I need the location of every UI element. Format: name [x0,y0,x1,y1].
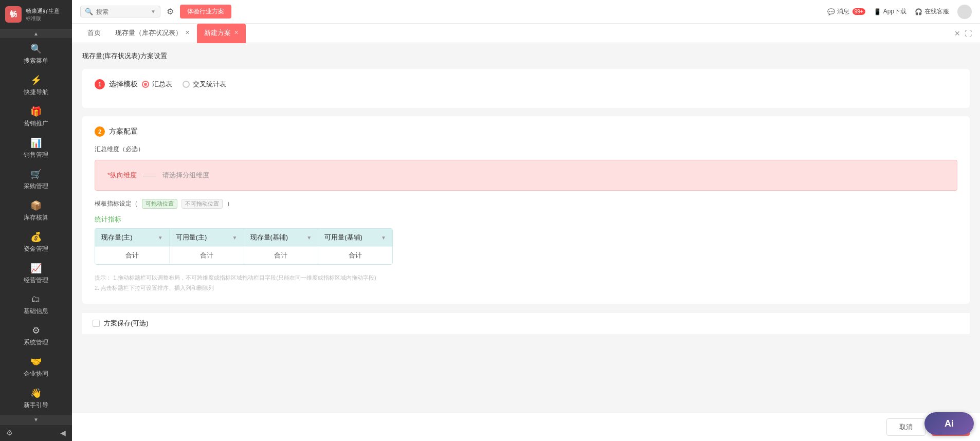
sidebar-item-quicknav[interactable]: ⚡ 快捷导航 [0,69,72,101]
basic-info-icon: 🗂 [31,294,41,305]
sidebar: 畅 畅康通好生意 标准版 ▲ 🔍 搜索菜单 ⚡ 快捷导航 🎁 营销推广 📊 销售… [0,0,72,441]
sidebar-settings-btn[interactable]: ⚙ [6,429,13,437]
cell-col1: 合计 [170,247,244,264]
cancel-button[interactable]: 取消 [886,418,925,436]
draggable-badge: 可拖动位置 [142,199,177,209]
sidebar-item-newbie[interactable]: 👋 新手引导 [0,382,72,414]
section2-title: 方案配置 [109,127,138,136]
non-draggable-badge: 不可拖动位置 [182,199,223,209]
sidebar-collapse-btn[interactable]: ◀ [60,429,66,437]
hints-area: 提示： 1.拖动标题栏可以调整布局，不可跨维度或指标区域拖动栏目字段(只能在同一… [95,273,957,293]
tab-new-plan[interactable]: 新建方案 ✕ [197,24,246,43]
section1-title: 选择模板 [109,80,138,89]
tab-expand-icon[interactable]: ⛶ [965,29,972,38]
col-current-stock-main[interactable]: 现存量(主) ▼ [95,229,170,246]
col-available-main[interactable]: 可用量(主) ▼ [170,229,244,246]
step2-badge: 2 [95,126,105,137]
sidebar-logo: 畅 畅康通好生意 标准版 [0,0,72,29]
sidebar-item-collab[interactable]: 🤝 企业协同 [0,351,72,382]
sidebar-footer: ⚙ ◀ [0,424,72,441]
marketing-icon: 🎁 [30,106,42,117]
radio-summary[interactable]: 汇总表 [142,80,172,89]
tab-close-all-icon[interactable]: ✕ [954,29,960,38]
save-option-label: 方案保存(可选) [104,319,149,328]
logo-text: 畅康通好生意 标准版 [26,7,60,21]
section1-header: 1 选择模板 汇总表 交叉统计表 [95,79,957,89]
col-current-stock-aux[interactable]: 现存量(基辅) ▼ [244,229,319,246]
sales-icon: 📊 [30,137,42,149]
tab-bar: 首页 现存量（库存状况表） ✕ 新建方案 ✕ ✕ ⛶ [72,24,980,43]
ai-float-button[interactable]: Ai [924,412,974,435]
topbar-gear-icon[interactable]: ⚙ [167,7,174,16]
cell-col2: 合计 [244,247,319,264]
hint-2: 2. 点击标题栏下拉可设置排序、插入列和删除列 [95,283,957,293]
topbar-right: 💬 消息 99+ 📱 App下载 🎧 在线客服 [827,5,972,19]
tab-controls: ✕ ⛶ [954,29,972,38]
tab-close-new-plan[interactable]: ✕ [234,29,239,36]
vertical-label: *纵向维度 [107,171,137,180]
col2-chevron[interactable]: ▼ [306,235,312,241]
step1-badge: 1 [95,79,105,89]
cell-col3: 合计 [318,247,392,264]
collab-icon: 🤝 [30,356,42,368]
system-icon: ⚙ [32,325,40,336]
sidebar-item-system[interactable]: ⚙ 系统管理 [0,320,72,351]
save-checkbox[interactable] [93,320,100,327]
search-icon: 🔍 [85,8,93,15]
content-area: 现存量(库存状况表)方案设置 1 选择模板 汇总表 交叉统计表 [72,43,980,413]
section2-header: 2 方案配置 [95,126,957,137]
sidebar-scroll-down[interactable]: ▼ [0,415,72,424]
sidebar-item-finance[interactable]: 💰 资金管理 [0,226,72,258]
indicator-settings: 模板指标设定（ 可拖动位置 不可拖动位置 ） [95,199,957,209]
sidebar-item-management[interactable]: 📈 经营管理 [0,258,72,289]
indicator-label: 模板指标设定（ 可拖动位置 不可拖动位置 ） [95,199,957,209]
app-download-btn[interactable]: 📱 App下载 [874,7,906,16]
vertical-dash: —— [143,172,156,179]
purchase-icon: 🛒 [30,169,42,180]
footer-buttons: 取消 查询 [72,413,980,441]
dimension-subtitle: 汇总维度（必选） [95,145,957,154]
tab-home[interactable]: 首页 [80,24,108,43]
search-input[interactable] [96,8,148,15]
section-plan-config: 2 方案配置 汇总维度（必选） *纵向维度 —— 请选择分组维度 模板指标设定（… [82,116,970,304]
message-icon: 💬 [827,8,835,15]
newbie-icon: 👋 [30,388,42,399]
radio-dot-cross [183,81,190,88]
user-avatar[interactable] [957,5,972,19]
cell-col0: 合计 [95,247,170,264]
page-title: 现存量(库存状况表)方案设置 [82,51,970,61]
col0-chevron[interactable]: ▼ [158,235,163,241]
radio-dot-summary [142,81,149,88]
tab-inventory-status[interactable]: 现存量（库存状况表） ✕ [108,24,197,43]
sidebar-nav: 🔍 搜索菜单 ⚡ 快捷导航 🎁 营销推广 📊 销售管理 🛒 采购管理 📦 库存核… [0,38,72,415]
stats-section-label: 统计指标 [95,215,957,224]
sidebar-item-sales[interactable]: 📊 销售管理 [0,132,72,163]
dimension-area: *纵向维度 —— 请选择分组维度 [95,160,957,191]
sidebar-item-basic-info[interactable]: 🗂 基础信息 [0,289,72,320]
online-service-btn[interactable]: 🎧 在线客服 [915,7,949,16]
stats-table: 现存量(主) ▼ 可用量(主) ▼ 现存量(基辅) ▼ 可用量(基辅) ▼ [95,228,393,265]
tab-close-inventory[interactable]: ✕ [185,29,190,36]
service-icon: 🎧 [915,8,922,15]
sidebar-item-search[interactable]: 🔍 搜索菜单 [0,38,72,69]
sidebar-item-marketing[interactable]: 🎁 营销推广 [0,101,72,132]
hint-1: 提示： 1.拖动标题栏可以调整布局，不可跨维度或指标区域拖动栏目字段(只能在同一… [95,273,957,283]
topbar-search-box[interactable]: 🔍 ▼ [80,6,160,17]
stats-table-row: 合计 合计 合计 合计 [95,246,392,264]
sidebar-scroll-up[interactable]: ▲ [0,29,72,38]
col1-chevron[interactable]: ▼ [232,235,238,241]
vertical-placeholder: 请选择分组维度 [162,171,209,180]
message-btn[interactable]: 💬 消息 99+ [827,7,865,16]
section-choose-template: 1 选择模板 汇总表 交叉统计表 [82,69,970,108]
radio-cross[interactable]: 交叉统计表 [183,80,226,89]
stats-table-header: 现存量(主) ▼ 可用量(主) ▼ 现存量(基辅) ▼ 可用量(基辅) ▼ [95,229,392,246]
download-icon: 📱 [874,8,881,15]
sidebar-item-purchase[interactable]: 🛒 采购管理 [0,163,72,195]
col3-chevron[interactable]: ▼ [381,235,386,241]
trial-btn[interactable]: 体验行业方案 [180,5,231,19]
message-badge: 99+ [852,8,865,15]
sidebar-item-inventory[interactable]: 📦 库存核算 [0,195,72,226]
search-dropdown-icon[interactable]: ▼ [151,9,156,14]
inventory-icon: 📦 [30,200,42,211]
col-available-aux[interactable]: 可用量(基辅) ▼ [318,229,392,246]
